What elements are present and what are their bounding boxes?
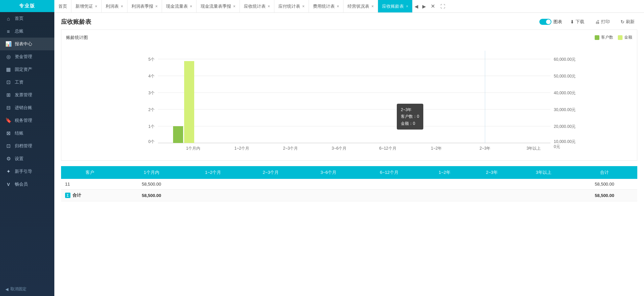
- svg-text:1~2个月: 1~2个月: [234, 146, 249, 151]
- sidebar-item-invoice[interactable]: ⊞ 发票管理: [0, 89, 54, 101]
- sidebar-item-reports[interactable]: 📊 报表中心: [0, 38, 54, 50]
- ledger-icon: ≡: [5, 29, 11, 34]
- sidebar-item-label: 归档管理: [15, 143, 32, 149]
- chart-svg: 5个 4个 3个 2个 1个 0个 60,000.00元 50,000.00元 …: [66, 44, 632, 155]
- tab-aging[interactable]: 应收账龄表 ×: [378, 0, 413, 12]
- chart-toggle[interactable]: [539, 19, 551, 25]
- tab-expense-stats[interactable]: 费用统计表 ×: [309, 0, 343, 12]
- sidebar-item-home[interactable]: ⌂ 首页: [0, 12, 54, 25]
- tab-close-icon[interactable]: ×: [371, 4, 374, 9]
- col-y3plus: 3年以上: [516, 166, 572, 179]
- chart-title: 账龄统计图: [66, 35, 632, 41]
- tab-label: 应收统计表: [244, 3, 266, 9]
- sidebar-item-label: 工资: [15, 79, 23, 85]
- sidebar-item-label: 结账: [15, 130, 23, 136]
- tab-new-voucher[interactable]: 新增凭证 ×: [71, 0, 102, 12]
- svg-text:30,000.00元: 30,000.00元: [554, 107, 576, 112]
- sidebar-item-vip[interactable]: V 畅会员: [0, 178, 54, 191]
- collapse-sidebar-button[interactable]: ◀ 取消固定: [0, 282, 54, 296]
- svg-text:3~6个月: 3~6个月: [332, 146, 346, 151]
- svg-text:2个: 2个: [148, 107, 155, 112]
- reports-icon: 📊: [5, 41, 11, 47]
- cell-m36: [300, 179, 357, 190]
- page-title: 应收账龄表: [61, 18, 91, 26]
- page-content: 应收账龄表 图表 ⬇ 下载 🖨 打印 ↻ 刷新: [54, 13, 644, 296]
- tab-close-icon[interactable]: ×: [190, 4, 192, 9]
- table-header-row: 客户 1个月内 1~2个月 2~3个月 3~6个月 6~12个月 1~2年 2~…: [61, 166, 637, 179]
- tab-bar: 首页 新增凭证 × 利润表 × 利润表季报 × 现金流量表 × 现金流量表季报 …: [54, 0, 644, 13]
- tab-close-icon[interactable]: ×: [406, 4, 408, 9]
- tab-close-icon[interactable]: ×: [155, 4, 158, 9]
- col-m23: 2~3个月: [242, 166, 300, 179]
- legend-amount-label: 金额: [624, 35, 632, 40]
- sidebar-item-salary[interactable]: ⊡ 工资: [0, 76, 54, 89]
- tab-label: 新增凭证: [75, 3, 93, 9]
- col-m12: 1~2个月: [184, 166, 242, 179]
- sidebar-item-settings[interactable]: ⚙ 设置: [0, 152, 54, 165]
- legend-amount-dot: [618, 35, 623, 40]
- tab-home[interactable]: 首页: [54, 0, 71, 12]
- sidebar-item-close[interactable]: ⊠ 结账: [0, 127, 54, 140]
- sidebar-item-tax[interactable]: 🔖 税务管理: [0, 114, 54, 127]
- col-m36: 3~6个月: [300, 166, 357, 179]
- total-y12: [421, 190, 468, 201]
- sidebar-item-label: 设置: [15, 156, 23, 162]
- tab-close-all-button[interactable]: ✕: [428, 0, 438, 12]
- sidebar-item-label: 总账: [15, 28, 23, 34]
- tab-prev-button[interactable]: ◀: [413, 0, 420, 12]
- total-icon: Σ: [65, 193, 70, 198]
- collapse-icon: ◀: [5, 287, 8, 292]
- close-month-icon: ⊠: [5, 130, 11, 136]
- tab-close-icon[interactable]: ×: [302, 4, 305, 9]
- print-icon: 🖨: [595, 19, 600, 24]
- legend-customer-label: 客户数: [601, 35, 613, 40]
- col-y12: 1~2年: [421, 166, 468, 179]
- tab-cashflow[interactable]: 现金流量表 ×: [162, 0, 197, 12]
- cell-total: 58,500.00: [572, 179, 638, 190]
- tab-close-icon[interactable]: ×: [233, 4, 235, 9]
- svg-text:6~12个月: 6~12个月: [379, 146, 396, 151]
- tab-business-status[interactable]: 经营状况表 ×: [343, 0, 378, 12]
- tab-next-button[interactable]: ▶: [420, 0, 428, 12]
- tab-receivable-stats[interactable]: 应收统计表 ×: [240, 0, 274, 12]
- tab-expand-button[interactable]: ⛶: [438, 0, 448, 12]
- cell-y12: [421, 179, 468, 190]
- sidebar-item-assets[interactable]: ▦ 固定资产: [0, 63, 54, 76]
- total-total: 58,500.00: [572, 190, 638, 201]
- tax-icon: 🔖: [5, 117, 11, 124]
- sidebar-item-ledger[interactable]: ≡ 总账: [0, 25, 54, 38]
- total-y23: [468, 190, 516, 201]
- total-m612: [357, 190, 421, 201]
- sidebar-item-guide[interactable]: ✦ 新手引导: [0, 165, 54, 178]
- tab-profit[interactable]: 利润表 ×: [102, 0, 127, 12]
- total-m36: [300, 190, 357, 201]
- col-m1: 1个月内: [119, 166, 184, 179]
- print-button[interactable]: 🖨 打印: [592, 17, 612, 26]
- tab-cashflow-quarterly[interactable]: 现金流量表季报 ×: [197, 0, 240, 12]
- table-wrap: 客户 1个月内 1~2个月 2~3个月 3~6个月 6~12个月 1~2年 2~…: [61, 166, 637, 201]
- svg-text:1~2年: 1~2年: [431, 146, 442, 151]
- funds-icon: ◎: [5, 54, 11, 60]
- cell-m612: [357, 179, 421, 190]
- sidebar-item-funds[interactable]: ◎ 资金管理: [0, 50, 54, 63]
- cell-customer: 11: [61, 179, 119, 190]
- tab-close-icon[interactable]: ×: [268, 4, 270, 9]
- tab-payable-stats[interactable]: 应付统计表 ×: [274, 0, 309, 12]
- chart-toggle-wrap: 图表: [539, 19, 562, 25]
- refresh-icon: ↻: [621, 19, 625, 24]
- tab-close-icon[interactable]: ×: [121, 4, 123, 9]
- aging-table: 客户 1个月内 1~2个月 2~3个月 3~6个月 6~12个月 1~2年 2~…: [61, 166, 637, 201]
- sidebar-item-archive[interactable]: ⊡ 归档管理: [0, 140, 54, 152]
- tab-label: 现金流量表季报: [201, 3, 231, 9]
- download-button[interactable]: ⬇ 下载: [568, 17, 587, 26]
- tab-close-icon[interactable]: ×: [95, 4, 97, 9]
- sidebar-item-stock[interactable]: ⊟ 进销台账: [0, 101, 54, 114]
- tab-label: 应付统计表: [278, 3, 300, 9]
- vip-icon: V: [5, 182, 11, 187]
- main-content: 首页 新增凭证 × 利润表 × 利润表季报 × 现金流量表 × 现金流量表季报 …: [54, 0, 644, 296]
- tab-profit-quarterly[interactable]: 利润表季报 ×: [127, 0, 162, 12]
- tab-close-icon[interactable]: ×: [337, 4, 339, 9]
- sidebar: 专业版 ⌂ 首页 ≡ 总账 📊 报表中心 ◎ 资金管理 ▦ 固定资产 ⊡ 工资 …: [0, 0, 54, 296]
- sidebar-item-label: 税务管理: [15, 117, 32, 124]
- refresh-button[interactable]: ↻ 刷新: [618, 17, 637, 26]
